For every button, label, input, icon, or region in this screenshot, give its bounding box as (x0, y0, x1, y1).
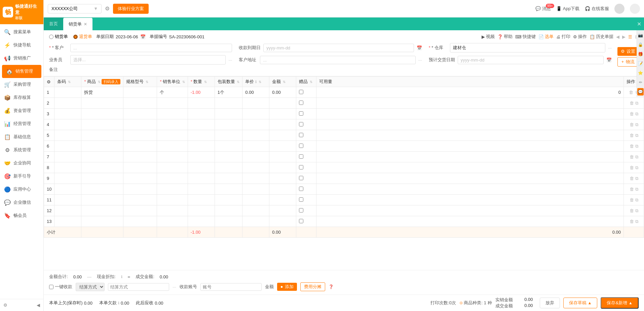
copy-icon[interactable]: ⧉ (635, 219, 638, 224)
salesperson-input[interactable]: 选择... (70, 55, 226, 65)
save-new-btn[interactable]: 保存&新增 ▲ (601, 297, 639, 309)
row-pkg-qty[interactable]: 1个 (215, 87, 242, 98)
copy-icon[interactable]: ⧉ (635, 187, 638, 192)
row-gift[interactable] (296, 87, 316, 98)
gift-checkbox[interactable] (299, 165, 303, 169)
service-btn[interactable]: 🎧 在线客服 (585, 6, 609, 12)
row-product[interactable]: 拆货 (81, 87, 123, 98)
delivery-calendar-icon[interactable]: 📅 (606, 57, 612, 63)
scan-btn[interactable]: 扫码录入 (102, 79, 120, 84)
gift-checkbox[interactable] (299, 111, 303, 116)
rp-orange-btn[interactable]: 💬 (637, 88, 644, 95)
row-qty[interactable]: -1.00 (188, 87, 215, 98)
help-btn[interactable]: ❓ 帮助 (497, 34, 513, 40)
delete-icon[interactable]: 🗑 (630, 111, 634, 116)
overdue-info-icon[interactable]: ℹ (118, 301, 119, 305)
sidebar-item-inventory[interactable]: 📦 库存核算 (0, 91, 43, 104)
gift-checkbox[interactable] (299, 154, 303, 159)
customer-input[interactable]: ... (70, 44, 232, 52)
user-avatar[interactable] (614, 4, 624, 14)
gift-checkbox[interactable] (299, 176, 303, 180)
trial-btn[interactable]: 体验行业方案 (113, 4, 149, 14)
rp-lock-icon[interactable]: 🔒 (638, 41, 643, 48)
copy-icon[interactable]: ⧉ (635, 111, 638, 116)
delete-icon[interactable]: 🗑 (630, 176, 634, 181)
sidebar-item-sales[interactable]: 🏠 销售管理 (2, 65, 41, 78)
next-icon[interactable]: ▶ (622, 34, 626, 39)
video-btn[interactable]: ▶ 视频 (482, 34, 495, 40)
row-unit[interactable]: 个 (157, 87, 188, 98)
history-btn[interactable]: 📋 历史单据 (590, 34, 613, 40)
copy-icon[interactable]: ⧉ (635, 165, 638, 170)
row-price[interactable]: 0.00 (242, 87, 269, 98)
user-avatar-extra[interactable] (630, 4, 640, 14)
delete-icon[interactable]: 🗑 (630, 197, 634, 202)
copy-icon[interactable]: ⧉ (635, 101, 638, 106)
customer-addr-input[interactable]: ... (260, 56, 415, 64)
sidebar-item-guide[interactable]: 🎯 新手引导 (0, 170, 43, 183)
delivery-date-input[interactable]: yyyy-mm-dd (458, 56, 604, 64)
print-btn[interactable]: 🖨 打印 (556, 34, 570, 40)
company-selector[interactable]: XXXXXX公司 ▼ (48, 4, 102, 13)
copy-icon[interactable]: ⧉ (635, 133, 638, 138)
sidebar-item-purchase[interactable]: 🛒 采购管理 (0, 78, 43, 91)
gift-checkbox[interactable] (299, 197, 303, 202)
gift-checkbox[interactable] (299, 187, 303, 191)
rp-note-icon[interactable]: 📝 (638, 60, 643, 67)
select-order-btn[interactable]: 📄 选单 (538, 34, 554, 40)
gift-checkbox[interactable] (299, 208, 303, 212)
addr-dots-icon[interactable]: ··· (418, 57, 422, 63)
gift-checkbox[interactable] (299, 101, 303, 105)
tab-close-icon[interactable]: ✕ (84, 22, 87, 27)
radio-sales[interactable]: 销货单 (49, 34, 68, 40)
delete-icon[interactable]: 🗑 (630, 165, 634, 170)
discard-btn[interactable]: 放弃 (540, 298, 560, 308)
row-amount[interactable]: 0.00 (269, 87, 296, 98)
copy-icon[interactable]: ⧉ (635, 208, 638, 213)
delete-icon[interactable]: 🗑 (630, 122, 634, 127)
sidebar-item-app-center[interactable]: 🔵 应用中心 (0, 183, 43, 196)
shortcut-btn[interactable]: ⌨ 快捷键 (515, 34, 536, 40)
app-download-btn[interactable]: 📱 App下载 (556, 6, 579, 12)
expense-btn[interactable]: 费用分摊 (300, 282, 325, 291)
row-spec[interactable] (123, 87, 157, 98)
delete-icon[interactable]: 🗑 (629, 90, 633, 95)
sidebar-item-search[interactable]: 🔍 搜索菜单 (0, 26, 43, 39)
add-payment-btn[interactable]: ● 添加 (277, 283, 297, 291)
delete-icon[interactable]: 🗑 (630, 208, 634, 213)
gift-checkbox[interactable] (299, 133, 303, 137)
warehouse-input[interactable]: 建材仓 (450, 43, 605, 52)
copy-icon[interactable]: ⧉ (635, 197, 638, 202)
one-click-payment-checkbox[interactable]: 一键收款 (49, 284, 72, 290)
tab-sales-order[interactable]: 销货单 ✕ (63, 18, 92, 31)
message-btn[interactable]: 💬 消息 99+ (535, 6, 551, 12)
payment-account-input[interactable] (200, 283, 262, 291)
discount-info-icon[interactable]: ℹ (121, 275, 122, 279)
prev-icon[interactable]: ◀ (616, 34, 619, 39)
payment-date-input[interactable]: yyyy-mm-dd (263, 44, 414, 52)
gift-checkbox[interactable] (299, 90, 303, 94)
rp-gift-icon[interactable]: 🎁 (638, 50, 643, 58)
sidebar-item-finance[interactable]: 💰 资金管理 (0, 104, 43, 117)
sidebar-item-wechat[interactable]: 💬 企业微信 (0, 196, 43, 209)
rp-star-icon[interactable]: ⭐ (638, 69, 643, 77)
warehouse-dots-icon[interactable]: ··· (608, 45, 612, 50)
tab-home[interactable]: 首页 (44, 17, 63, 30)
sidebar-item-quick-nav[interactable]: ⚡ 快捷导航 (0, 39, 43, 52)
sidebar-item-marketing[interactable]: 📢 营销推广 (0, 52, 43, 65)
delete-icon[interactable]: 🗑 (630, 154, 634, 159)
tab-close-all-icon[interactable]: ✕ (637, 21, 641, 27)
payment-date-calendar-icon[interactable]: 📅 (417, 45, 422, 50)
sidebar-item-enterprise[interactable]: 🤝 企业协同 (0, 157, 43, 170)
price-info-icon[interactable]: ℹ (255, 80, 257, 84)
delete-icon[interactable]: 🗑 (630, 219, 634, 224)
sidebar-item-operations[interactable]: 📊 经营管理 (0, 117, 43, 130)
gift-checkbox[interactable] (299, 144, 303, 148)
rp-edit-icon[interactable]: ✏ (639, 79, 642, 86)
radio-return-input[interactable] (73, 35, 78, 39)
sidebar-item-member[interactable]: 🔖 畅会员 (0, 209, 43, 222)
save-draft-btn[interactable]: 保存草稿 ▲ (563, 298, 598, 308)
radio-sales-input[interactable] (49, 35, 53, 39)
list-view-icon[interactable]: ☰ (628, 34, 632, 39)
copy-icon[interactable]: ⧉ (635, 144, 638, 149)
